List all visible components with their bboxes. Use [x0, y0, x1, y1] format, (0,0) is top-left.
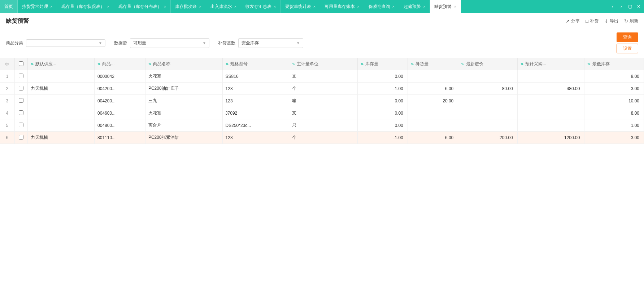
row-checkbox[interactable] — [19, 135, 23, 140]
table-body: 1 0000042 火花塞 SS816 支 0.00 8.00 2 力天机械 0… — [0, 70, 644, 144]
row-supplier: 力天机械 — [27, 83, 95, 95]
col-settings[interactable]: ⚙ — [0, 58, 14, 70]
row-unit: 支 — [289, 107, 357, 119]
row-checkbox[interactable] — [19, 74, 23, 78]
datasource-select[interactable]: 可用量 ▼ — [130, 38, 209, 48]
row-replenish-qty — [408, 70, 458, 83]
settings-button[interactable]: 设置 — [617, 44, 638, 53]
row-goods-code: 004800... — [95, 119, 145, 132]
row-spec: J7092 — [222, 107, 289, 119]
col-default-supplier: ⇅ 默认供应... — [27, 58, 95, 70]
row-index: 3 — [0, 95, 14, 107]
share-button[interactable]: ↗ 分享 — [566, 18, 580, 24]
tab-close-all-btn[interactable]: ✕ — [635, 3, 643, 10]
row-goods-code: 0000042 — [95, 70, 145, 83]
tab-summary[interactable]: 收发存汇总表 × — [241, 0, 280, 13]
table-row: 3 004200... 三九 123 箱 0.00 20.00 10.00 — [0, 95, 644, 107]
query-button[interactable]: 查询 — [617, 32, 638, 42]
category-select[interactable]: ▼ — [26, 39, 105, 47]
tab-window-btn[interactable]: ▢ — [626, 3, 634, 10]
tab-close-stock-dist[interactable]: × — [164, 4, 166, 9]
replenish-base-label: 补货基数 — [218, 40, 235, 46]
tab-expiry[interactable]: 保质期查询 × — [364, 0, 399, 13]
row-replenish-qty — [408, 107, 458, 119]
tab-demand[interactable]: 要货单统计表 × — [281, 0, 320, 13]
tab-close-demand[interactable]: × — [313, 4, 316, 9]
select-all-checkbox[interactable] — [19, 61, 23, 66]
replenish-icon: □ — [586, 18, 588, 24]
row-checkbox-cell[interactable] — [14, 107, 27, 119]
tab-home[interactable]: 首页 — [0, 0, 18, 13]
replenish-button[interactable]: □ 补货 — [586, 18, 599, 24]
filter-actions: 查询 设置 — [617, 32, 638, 53]
row-latest-price — [458, 95, 518, 107]
shortage-table: ⚙ ⇅ 默认供应... ⇅ 商品... ⇅ 商品名称 — [0, 58, 644, 144]
tab-shortage[interactable]: 缺货预警 × — [430, 0, 461, 13]
row-checkbox-cell[interactable] — [14, 132, 27, 144]
tab-close-picking[interactable]: × — [50, 4, 52, 9]
row-checkbox[interactable] — [19, 110, 23, 115]
tab-close-expiry[interactable]: × — [392, 4, 395, 9]
row-replenish-qty — [408, 119, 458, 132]
tab-close-stock-status[interactable]: × — [107, 4, 109, 9]
row-spec: SS816 — [222, 70, 289, 83]
tab-close-summary[interactable]: × — [274, 4, 276, 9]
row-goods-name: 火花塞 — [145, 70, 222, 83]
row-est-purchase — [517, 107, 584, 119]
gear-icon[interactable]: ⚙ — [5, 62, 9, 67]
page-title: 缺货预警 — [6, 17, 29, 25]
tab-overstock[interactable]: 超储预警 × — [399, 0, 430, 13]
tab-close-shortage[interactable]: × — [454, 4, 456, 9]
datasource-value: 可用量 — [133, 40, 146, 46]
tab-stock-status[interactable]: 现存量（库存状况表） × — [57, 0, 114, 13]
row-latest-price: 200.00 — [458, 132, 518, 144]
share-icon: ↗ — [566, 18, 570, 24]
refresh-button[interactable]: ↻ 刷新 — [624, 18, 638, 24]
col-checkbox-header[interactable] — [14, 58, 27, 70]
row-checkbox-cell[interactable] — [14, 83, 27, 95]
row-min-stock: 8.00 — [584, 107, 644, 119]
tab-close-overstock[interactable]: × — [423, 4, 425, 9]
tab-prev-btn[interactable]: ‹ — [609, 3, 617, 10]
row-goods-code: 801110... — [95, 132, 145, 144]
row-spec: 123 — [222, 132, 289, 144]
row-min-stock: 8.00 — [584, 70, 644, 83]
row-checkbox-cell[interactable] — [14, 95, 27, 107]
category-label: 商品分类 — [6, 40, 23, 46]
tab-close-inout[interactable]: × — [234, 4, 236, 9]
row-checkbox-cell[interactable] — [14, 119, 27, 132]
row-checkbox[interactable] — [19, 86, 23, 90]
export-button[interactable]: ⇓ 导出 — [604, 18, 618, 24]
row-checkbox[interactable] — [19, 123, 23, 127]
replenish-base-filter-group: 补货基数 安全库存 ▼ — [218, 38, 303, 48]
table-row: 1 0000042 火花塞 SS816 支 0.00 8.00 — [0, 70, 644, 83]
tab-close-batch[interactable]: × — [199, 4, 201, 9]
row-latest-price — [458, 70, 518, 83]
row-goods-code: 004200... — [95, 95, 145, 107]
row-unit: 支 — [289, 70, 357, 83]
col-latest-price: ⇅ 最新进价 — [458, 58, 518, 70]
row-checkbox[interactable] — [19, 98, 23, 103]
filter-bar: 商品分类 ▼ 数据源 可用量 ▼ 补货基数 安全库存 ▼ 查询 设置 — [0, 28, 644, 58]
tab-available-ledger[interactable]: 可用量库存账本 × — [320, 0, 364, 13]
col-unit: ⇅ 主计量单位 — [289, 58, 357, 70]
tab-inout-flow[interactable]: 出入库流水 × — [206, 0, 241, 13]
row-goods-code: 004200... — [95, 83, 145, 95]
tab-batch-account[interactable]: 库存批次账 × — [171, 0, 206, 13]
table-row: 5 004800... 离合片 DS250*23c... 只 0.00 1.00 — [0, 119, 644, 132]
tab-stock-dist[interactable]: 现存量（库存分布表） × — [114, 0, 171, 13]
row-unit: 个 — [289, 83, 357, 95]
table-row: 2 力天机械 004200... PC200油缸庄子 123 个 -1.00 6… — [0, 83, 644, 95]
datasource-label: 数据源 — [114, 40, 127, 46]
tab-picking-exception[interactable]: 拣货异常处理 × — [18, 0, 57, 13]
replenish-base-select[interactable]: 安全库存 ▼ — [238, 38, 303, 48]
table-container: ⚙ ⇅ 默认供应... ⇅ 商品... ⇅ 商品名称 — [0, 58, 644, 287]
row-est-purchase — [517, 70, 584, 83]
row-checkbox-cell[interactable] — [14, 70, 27, 83]
tab-next-btn[interactable]: › — [617, 3, 625, 10]
row-replenish-qty: 6.00 — [408, 132, 458, 144]
replenish-base-value: 安全库存 — [242, 40, 259, 46]
row-index: 2 — [0, 83, 14, 95]
col-stock-qty: ⇅ 库存量 — [357, 58, 408, 70]
tab-close-avail-ledger[interactable]: × — [357, 4, 359, 9]
